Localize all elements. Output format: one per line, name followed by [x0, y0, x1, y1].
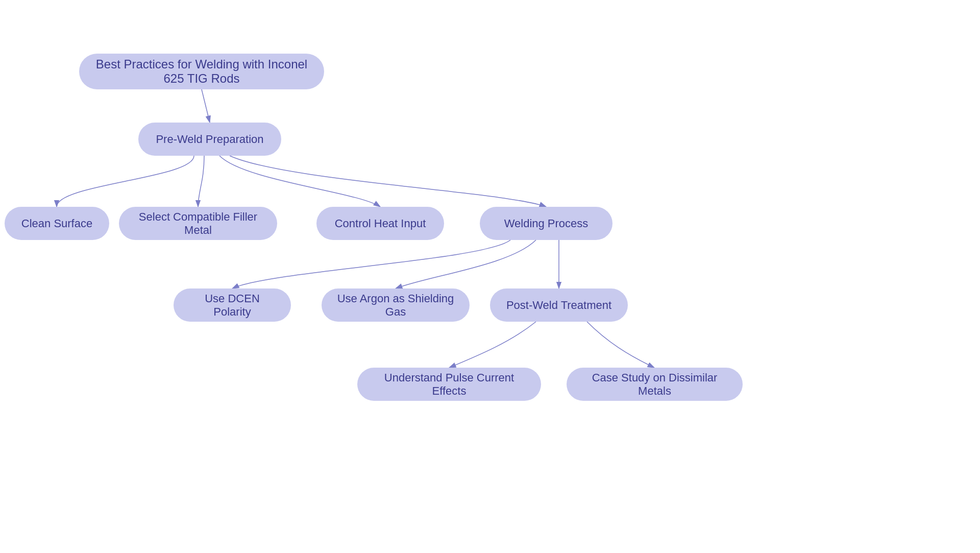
node-welding-label: Welding Process: [504, 217, 589, 230]
node-dcen-label: Use DCEN Polarity: [188, 292, 277, 319]
node-heat-label: Control Heat Input: [335, 217, 426, 230]
node-casestudy-label: Case Study on Dissimilar Metals: [581, 371, 728, 398]
node-argon: Use Argon as Shielding Gas: [322, 288, 470, 322]
node-welding: Welding Process: [480, 207, 612, 240]
node-dcen: Use DCEN Polarity: [174, 288, 291, 322]
node-filler-label: Select Compatible Filler Metal: [133, 210, 263, 237]
node-pulse-label: Understand Pulse Current Effects: [372, 371, 527, 398]
node-casestudy: Case Study on Dissimilar Metals: [567, 368, 743, 401]
node-clean: Clean Surface: [5, 207, 109, 240]
node-argon-label: Use Argon as Shielding Gas: [336, 292, 455, 319]
node-preweld-label: Pre-Weld Preparation: [156, 133, 263, 146]
node-pulse: Understand Pulse Current Effects: [357, 368, 541, 401]
node-root: Best Practices for Welding with Inconel …: [79, 54, 324, 89]
node-postweld: Post-Weld Treatment: [490, 288, 628, 322]
svg-line-1: [202, 89, 210, 123]
node-root-label: Best Practices for Welding with Inconel …: [93, 57, 310, 86]
node-heat: Control Heat Input: [316, 207, 444, 240]
node-filler: Select Compatible Filler Metal: [119, 207, 277, 240]
node-preweld: Pre-Weld Preparation: [138, 123, 281, 156]
node-postweld-label: Post-Weld Treatment: [506, 299, 611, 312]
diagram-container: Best Practices for Welding with Inconel …: [0, 0, 980, 553]
node-clean-label: Clean Surface: [21, 217, 92, 230]
